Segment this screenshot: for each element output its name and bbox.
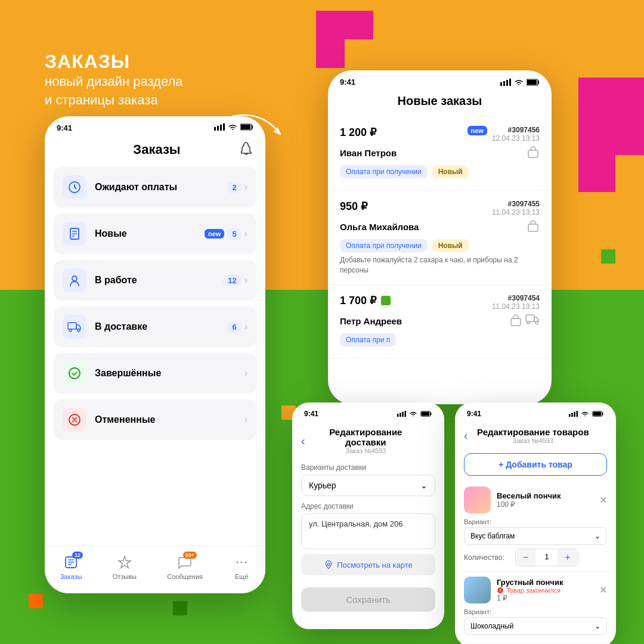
svg-point-11 bbox=[72, 276, 77, 281]
qty-row-1: Количество: − 1 + bbox=[464, 549, 607, 566]
badge-waiting: 2 bbox=[227, 182, 241, 193]
tab-orders[interactable]: 12 Заказы bbox=[60, 554, 82, 580]
product-name-2: Грустный пончик bbox=[497, 578, 593, 587]
chevron-done: › bbox=[244, 368, 247, 379]
svg-point-21 bbox=[237, 561, 239, 563]
svg-rect-2 bbox=[220, 125, 222, 131]
bag-icon-2 bbox=[527, 219, 540, 234]
tag-payment-1: Оплата при получении bbox=[340, 165, 428, 178]
status-bar-2: 9:41 bbox=[328, 70, 552, 89]
status-time-1: 9:41 bbox=[57, 123, 72, 132]
tab-messages[interactable]: 99+ Сообщения bbox=[167, 554, 203, 580]
doc-icon-bg bbox=[63, 222, 86, 246]
tab-messages-icon: 99+ bbox=[177, 554, 193, 571]
delivery-select[interactable]: Курьер ⌄ bbox=[301, 475, 435, 496]
badge-delivery: 6 bbox=[227, 321, 241, 333]
tab-more[interactable]: Ещё bbox=[233, 554, 250, 580]
order-card-2[interactable]: 950 ₽ #3097455 11.04.23 13:13 Ольга Миха… bbox=[328, 191, 552, 285]
order-comment-2: Добавьте пожалуйста 2 сахара к чаю, и пр… bbox=[340, 255, 540, 275]
arrow-icon bbox=[227, 104, 298, 154]
add-product-button[interactable]: + Добавить товар bbox=[464, 453, 607, 476]
status-time-3: 9:41 bbox=[304, 410, 318, 418]
phone4-title-block: Редактирование товаров Заказ №4593 bbox=[471, 427, 595, 444]
tab-reviews-label: Отзывы bbox=[113, 573, 137, 580]
map-button[interactable]: Посмотреть на карте bbox=[301, 554, 435, 575]
order-name-3: Петр Андреев bbox=[340, 314, 540, 329]
order-card-1[interactable]: 1 200 ₽ new #3097456 12.04.23 13:13 Иван… bbox=[328, 117, 552, 191]
pixel-green-1 bbox=[601, 249, 615, 264]
phone-edit-products: 9:41 ‹ Редактирование товаров Заказ №459… bbox=[455, 402, 616, 644]
out-of-stock-label: Товар закончился bbox=[506, 587, 561, 594]
svg-rect-1 bbox=[217, 126, 219, 131]
back-button-4[interactable]: ‹ bbox=[464, 429, 468, 442]
address-textarea[interactable]: ул. Центральная, дом 206 bbox=[301, 513, 435, 549]
svg-rect-45 bbox=[574, 412, 575, 417]
tag-payment-2: Оплата при получении bbox=[340, 239, 428, 252]
order-name-1: Иван Петров bbox=[340, 145, 540, 160]
product-item-2: Грустный пончик Товар закончился 1 ₽ ✕ В… bbox=[455, 572, 616, 644]
product-avatar-1 bbox=[464, 487, 491, 513]
svg-rect-37 bbox=[400, 413, 401, 417]
phone4-title: Редактирование товаров bbox=[471, 427, 595, 437]
qty-label-1: Количество: bbox=[464, 553, 504, 562]
category-done[interactable]: Завершённые › bbox=[54, 353, 256, 394]
qty-control-1: − 1 + bbox=[515, 549, 578, 566]
status-bar-3: 9:41 bbox=[292, 402, 444, 421]
category-cancelled-label: Отмененные bbox=[95, 414, 244, 425]
category-done-label: Завершённые bbox=[95, 368, 244, 379]
phone-orders-list: 9:41 Заказы Ожидают оплаты 2 bbox=[45, 116, 265, 593]
phone-new-orders: 9:41 Новые заказы 1 200 ₽ new #3097456 1… bbox=[328, 70, 552, 404]
clock-icon-bg bbox=[63, 175, 86, 199]
category-waiting-payment[interactable]: Ожидают оплаты 2 › bbox=[54, 167, 256, 208]
tab-reviews-icon bbox=[116, 554, 133, 571]
pixel-pink-r3 bbox=[615, 118, 644, 155]
category-new[interactable]: Новые new 5 › bbox=[54, 213, 256, 254]
new-orders-title: Новые заказы bbox=[328, 89, 552, 117]
header-title-regular: новый дизайн раздела и страницы заказа bbox=[45, 73, 183, 110]
pixel-pink-2 bbox=[316, 39, 345, 68]
svg-rect-24 bbox=[500, 82, 502, 86]
variant-select-2[interactable]: Шоколадный ⌄ bbox=[464, 617, 607, 635]
back-button-3[interactable]: ‹ bbox=[301, 434, 305, 448]
category-delivery[interactable]: В доставке 6 › bbox=[54, 306, 256, 347]
badge-work: 12 bbox=[223, 275, 241, 286]
product-close-1[interactable]: ✕ bbox=[599, 494, 607, 506]
phone3-title: Редактирование доставки bbox=[308, 427, 423, 447]
svg-rect-31 bbox=[528, 224, 538, 231]
category-new-label: Новые bbox=[95, 228, 205, 239]
select-chevron-1: ⌄ bbox=[595, 532, 600, 540]
svg-rect-46 bbox=[577, 411, 578, 417]
phone3-title-block: Редактирование доставки Заказ №4593 bbox=[308, 427, 423, 454]
tag-status-2: Новый bbox=[432, 239, 469, 252]
pixel-pink-3 bbox=[345, 11, 373, 39]
phone1-title: Заказы bbox=[75, 142, 239, 157]
category-in-work[interactable]: В работе 12 › bbox=[54, 260, 256, 301]
svg-rect-0 bbox=[214, 127, 216, 131]
truck-icon-3 bbox=[525, 314, 540, 329]
header-title-bold: ЗАКАЗЫ bbox=[45, 51, 183, 73]
category-cancelled[interactable]: Отмененные › bbox=[54, 400, 256, 440]
qty-plus-1[interactable]: + bbox=[558, 549, 577, 566]
phone3-header: ‹ Редактирование доставки Заказ №4593 bbox=[292, 421, 444, 457]
green-dot-3 bbox=[381, 296, 391, 305]
truck-icon-bg bbox=[63, 315, 86, 339]
category-waiting-label: Ожидают оплаты bbox=[95, 182, 227, 193]
qty-minus-1[interactable]: − bbox=[516, 549, 535, 566]
save-button[interactable]: Сохранить bbox=[301, 587, 435, 612]
svg-point-14 bbox=[78, 329, 80, 332]
product-close-2[interactable]: ✕ bbox=[599, 584, 607, 596]
order-top-2: 950 ₽ #3097455 11.04.23 13:13 bbox=[340, 200, 540, 216]
category-delivery-label: В доставке bbox=[95, 321, 227, 332]
svg-rect-33 bbox=[526, 315, 534, 321]
variant-label-1: Вариант: bbox=[464, 518, 607, 525]
tag-status-1: Новый bbox=[432, 165, 469, 178]
signal-icon bbox=[214, 123, 225, 132]
tab-reviews[interactable]: Отзывы bbox=[113, 554, 137, 580]
order-card-3[interactable]: 1 700 ₽ #3097454 11.04.23 13:13 Петр Анд… bbox=[328, 285, 552, 359]
variant-select-1[interactable]: Вкус баблгам ⌄ bbox=[464, 527, 607, 545]
status-icons-3 bbox=[397, 411, 432, 417]
svg-rect-32 bbox=[511, 318, 521, 326]
phone-edit-delivery: 9:41 ‹ Редактирование доставки Заказ №45… bbox=[292, 402, 444, 629]
order-meta-1: #3097456 12.04.23 13:13 bbox=[492, 126, 540, 143]
product-avatar-2 bbox=[464, 577, 491, 603]
